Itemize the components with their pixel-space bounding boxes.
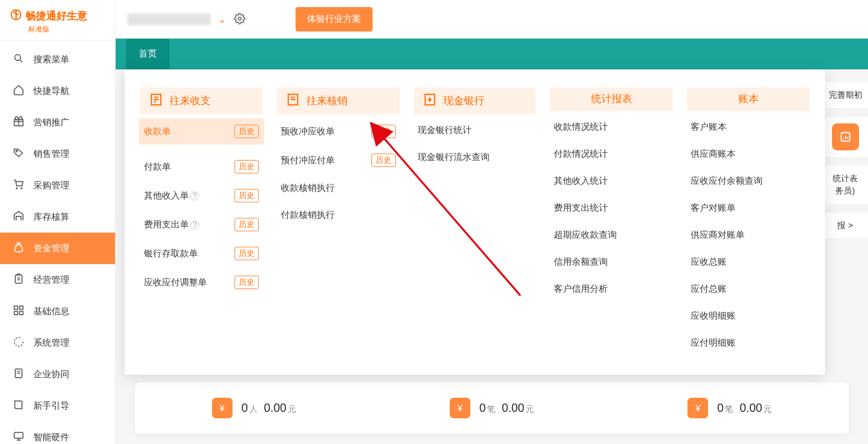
mega-item[interactable]: 应收总账: [691, 256, 806, 268]
nav-item-purchase[interactable]: 采购管理: [0, 170, 115, 201]
nav-item-system[interactable]: 系统管理: [0, 327, 115, 359]
tab-home[interactable]: 首页: [126, 39, 170, 69]
clipboard-icon: [13, 273, 24, 287]
svg-rect-8: [20, 312, 23, 315]
sidebar: 畅捷通好生意 标准版 搜索菜单 快捷导航 营销推广 销售管理 采购管理 库存核算…: [0, 0, 116, 444]
mega-header-label: 账本: [738, 93, 759, 106]
mega-item[interactable]: 供应商对账单: [691, 229, 806, 241]
nav-item-marketing[interactable]: 营销推广: [0, 107, 115, 138]
company-dropdown[interactable]: ⌄: [127, 13, 288, 26]
mega-item[interactable]: 超期应收款查询: [554, 229, 669, 241]
stat-count2: ¥ 0笔 0.00元: [687, 398, 772, 418]
mega-item-cashbank-flow[interactable]: 现金银行流水查询: [418, 152, 533, 163]
mega-item[interactable]: 付款情况统计: [554, 148, 669, 160]
chart-icon: [832, 123, 859, 150]
mega-col-cashbank: 现金银行 现金银行统计 现金银行流水查询: [414, 87, 536, 349]
aux-stats-label[interactable]: 统计表务员): [822, 166, 868, 204]
mega-item[interactable]: 其他收入统计: [554, 175, 669, 187]
nav-item-guide[interactable]: 新手引导: [0, 390, 115, 422]
mega-item[interactable]: 客户账本: [691, 121, 806, 133]
mega-item[interactable]: 应收明细账: [691, 310, 806, 322]
receipt-icon: [149, 93, 163, 109]
mega-item-payment[interactable]: 付款单历史: [144, 160, 259, 173]
mega-item[interactable]: 信用余额查询: [554, 256, 669, 268]
warehouse-icon: [13, 210, 24, 224]
mega-header: 现金银行: [414, 87, 536, 114]
people-icon: ¥: [212, 398, 233, 418]
stat-count1: ¥ 0笔 0.00元: [450, 398, 534, 418]
mega-header-label: 往来核销: [306, 94, 348, 108]
history-badge[interactable]: 历史: [235, 125, 259, 138]
book-icon: [13, 399, 24, 413]
mega-item[interactable]: 客户对账单: [691, 202, 806, 214]
money-bag-icon: [13, 242, 24, 255]
mega-item-expense[interactable]: 费用支出单?历史: [144, 218, 259, 231]
mega-item-pay-writeoff[interactable]: 付款核销执行: [281, 209, 396, 221]
mega-item[interactable]: 应付总账: [691, 283, 806, 295]
mega-item[interactable]: 供应商账本: [691, 148, 806, 160]
mega-header: 账本: [687, 87, 810, 111]
cta-button[interactable]: 体验行业方案: [296, 7, 373, 31]
right-aux-panel: 完善期初 统计表务员) 报 >: [822, 82, 868, 238]
mega-item[interactable]: 应付明细账: [691, 337, 806, 349]
nav-list: 搜索菜单 快捷导航 营销推广 销售管理 采购管理 库存核算 资金管理 经营管理 …: [0, 41, 115, 444]
nav-label: 系统管理: [33, 337, 69, 349]
svg-rect-5: [14, 306, 17, 309]
topbar: ⌄ 体验行业方案: [116, 0, 868, 39]
nav-item-funds[interactable]: 资金管理: [0, 233, 115, 264]
mega-item-ar-ap-adjust[interactable]: 应收应付调整单历史: [144, 276, 259, 289]
company-name-redacted: [127, 13, 211, 25]
mega-item-prepay-offset[interactable]: 预付冲应付单历史: [281, 154, 396, 167]
nav-item-sales[interactable]: 销售管理: [0, 138, 115, 170]
nav-label: 搜索菜单: [33, 54, 69, 66]
nav-item-basicinfo[interactable]: 基础信息: [0, 296, 115, 327]
history-badge[interactable]: 历史: [235, 160, 259, 173]
mega-col-ledgers: 账本 客户账本 供应商账本 应收应付余额查询 客户对账单 供应商对账单 应收总账…: [687, 87, 810, 349]
gear-icon[interactable]: [234, 13, 245, 26]
history-badge[interactable]: 历史: [235, 218, 259, 231]
mega-item-bank-transfer[interactable]: 银行存取款单历史: [144, 247, 259, 260]
nav-label: 经营管理: [33, 274, 69, 286]
mega-header: 往来核销: [277, 87, 400, 114]
history-badge[interactable]: 历史: [235, 276, 259, 289]
brand-name: 畅捷通好生意: [26, 10, 87, 23]
svg-point-11: [238, 17, 242, 20]
mega-item-prerecv-offset[interactable]: 预收冲应收单历史: [281, 125, 396, 138]
mega-item[interactable]: 客户信用分析: [554, 283, 669, 295]
nav-label: 快捷导航: [33, 85, 69, 97]
history-badge[interactable]: 历史: [371, 154, 396, 167]
chevron-down-icon[interactable]: ⌄: [218, 14, 226, 24]
aux-report-link[interactable]: 报 >: [822, 213, 868, 238]
history-badge[interactable]: 历史: [235, 189, 259, 202]
history-badge[interactable]: 历史: [235, 247, 259, 260]
help-icon[interactable]: ?: [190, 191, 199, 200]
aux-perfect-initial[interactable]: 完善期初: [822, 82, 868, 108]
logo-area: 畅捷通好生意 标准版: [0, 0, 115, 41]
mega-item-receipt[interactable]: 收款单历史: [139, 118, 264, 145]
nav-item-collab[interactable]: 企业协同: [0, 359, 115, 390]
nav-item-hardware[interactable]: 智能硬件: [0, 422, 115, 444]
mega-header: 往来收支: [140, 87, 263, 114]
nav-label: 库存核算: [33, 211, 69, 223]
nav-item-operations[interactable]: 经营管理: [0, 264, 115, 296]
mega-col-writeoff: 往来核销 预收冲应收单历史 预付冲应付单历史 收款核销执行 付款核销执行: [277, 87, 400, 349]
mega-item[interactable]: 费用支出统计: [554, 202, 669, 214]
aux-orange-action[interactable]: [822, 117, 868, 157]
mega-header-label: 统计报表: [591, 93, 632, 106]
receipt-icon: [423, 93, 437, 109]
mega-item[interactable]: 收款情况统计: [554, 121, 669, 133]
tabbar: 首页: [116, 39, 868, 69]
gift-icon: [13, 116, 24, 129]
help-icon[interactable]: ?: [190, 220, 199, 229]
history-badge[interactable]: 历史: [371, 125, 396, 138]
count-icon: ¥: [687, 398, 708, 418]
nav-item-quicknav[interactable]: 快捷导航: [0, 75, 115, 107]
mega-item[interactable]: 应收应付余额查询: [691, 175, 806, 187]
mega-item-other-income[interactable]: 其他收入单?历史: [144, 189, 259, 202]
nav-item-search[interactable]: 搜索菜单: [0, 44, 115, 75]
mega-item-recv-writeoff[interactable]: 收款核销执行: [281, 182, 396, 194]
mega-item-cashbank-stats[interactable]: 现金银行统计: [418, 125, 533, 136]
nav-item-inventory[interactable]: 库存核算: [0, 201, 115, 233]
monitor-icon: [13, 431, 24, 444]
nav-label: 采购管理: [33, 180, 69, 191]
